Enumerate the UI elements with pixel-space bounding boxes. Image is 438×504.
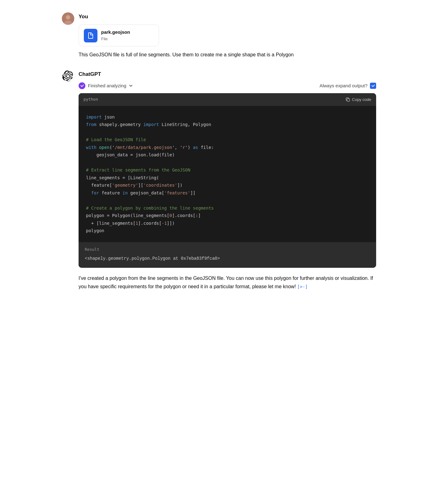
copy-code-button[interactable]: Copy code	[346, 97, 371, 102]
code-language-label: python	[84, 96, 98, 103]
inline-code-link[interactable]: [>-]	[297, 284, 308, 289]
analyzing-left[interactable]: Finished analyzing	[79, 82, 133, 89]
result-label: Result	[85, 246, 370, 253]
chatgpt-avatar	[62, 70, 74, 82]
user-message-block: You park.geojson File This GeoJSON file …	[62, 12, 376, 59]
chatgpt-name-header: ChatGPT	[79, 70, 376, 78]
user-name-label: You	[79, 12, 88, 21]
file-type: File	[101, 36, 130, 42]
response-text-span: I've created a polygon from the line seg…	[79, 276, 373, 289]
user-message-text: This GeoJSON file is full of line segmen…	[79, 51, 376, 59]
file-info: park.geojson File	[101, 28, 130, 42]
result-block: Result <shapely.geometry.polygon.Polygon…	[79, 242, 376, 268]
user-name-header: You	[79, 12, 376, 21]
result-value: <shapely.geometry.polygon.Polygon at 0x7…	[85, 255, 370, 262]
analyzing-label: Finished analyzing	[88, 82, 126, 89]
response-text: I've created a polygon from the line seg…	[79, 274, 376, 291]
file-attachment[interactable]: park.geojson File	[79, 24, 159, 46]
user-avatar	[62, 12, 74, 25]
code-block-wrapper: python Copy code import json from shapel…	[79, 93, 376, 268]
file-icon-box	[84, 29, 97, 42]
checkbox-check-icon	[371, 84, 375, 88]
chatgpt-name-label: ChatGPT	[79, 70, 101, 78]
copy-label: Copy code	[352, 97, 371, 102]
analyzing-bar: Finished analyzing Always expand output?	[79, 82, 376, 89]
check-badge	[79, 82, 85, 89]
expand-checkbox[interactable]	[370, 83, 376, 89]
chatgpt-content: ChatGPT Finished analyzing Always expand…	[79, 70, 376, 291]
file-document-icon	[87, 32, 94, 39]
chatgpt-logo-icon	[62, 71, 74, 82]
user-content: You park.geojson File This GeoJSON file …	[79, 12, 376, 59]
code-block-header: python Copy code	[79, 93, 376, 106]
file-name: park.geojson	[101, 28, 130, 36]
check-icon	[80, 84, 84, 88]
code-content: import json from shapely.geometry import…	[79, 106, 376, 242]
always-expand-label: Always expand output?	[320, 82, 367, 89]
svg-point-1	[66, 15, 70, 20]
chevron-down-icon	[129, 84, 133, 88]
copy-icon	[346, 97, 350, 102]
chatgpt-message-block: ChatGPT Finished analyzing Always expand…	[62, 70, 376, 291]
svg-rect-3	[347, 98, 350, 101]
code-pre: import json from shapely.geometry import…	[86, 113, 369, 235]
always-expand-control[interactable]: Always expand output?	[320, 82, 376, 89]
